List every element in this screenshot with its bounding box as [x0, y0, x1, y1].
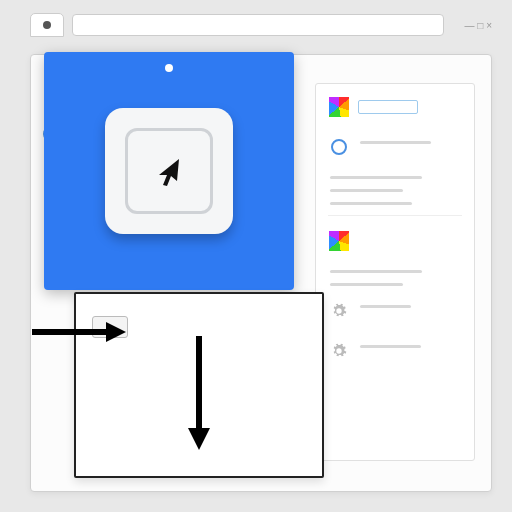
side-panel — [315, 83, 475, 461]
side-text-lines — [360, 141, 462, 154]
keycap-inner — [125, 128, 213, 214]
side-input[interactable] — [358, 100, 418, 114]
window-controls[interactable]: — □ × — [452, 20, 492, 31]
side-row-colors[interactable] — [328, 96, 462, 118]
gear-icon — [328, 300, 350, 322]
side-text-small-2 — [360, 345, 462, 358]
drop-panel[interactable] — [74, 292, 324, 478]
side-row-colors-2[interactable] — [328, 230, 462, 252]
address-bar[interactable] — [72, 14, 444, 36]
circle-icon — [328, 136, 350, 158]
rainbow-icon — [328, 96, 350, 118]
side-separator — [328, 215, 462, 216]
side-row-settings[interactable] — [328, 300, 462, 322]
arrow-right-icon — [30, 320, 126, 344]
arrow-down-icon — [186, 334, 212, 452]
side-text-block-2 — [330, 270, 462, 286]
browser-chrome: — □ × — [30, 8, 492, 42]
gear-icon — [328, 340, 350, 362]
card-dot-icon — [165, 64, 173, 72]
svg-marker-1 — [106, 322, 126, 342]
svg-marker-3 — [188, 428, 210, 450]
side-row-settings-2[interactable] — [328, 340, 462, 362]
instruction-card — [44, 52, 294, 290]
side-text-small — [360, 305, 462, 318]
keycap — [105, 108, 233, 234]
bullet-icon — [43, 21, 51, 29]
rainbow-icon — [328, 230, 350, 252]
browser-tab[interactable] — [30, 13, 64, 37]
cursor-arrow-icon — [149, 151, 189, 191]
side-text-block — [330, 176, 462, 205]
side-row-circle[interactable] — [328, 136, 462, 158]
